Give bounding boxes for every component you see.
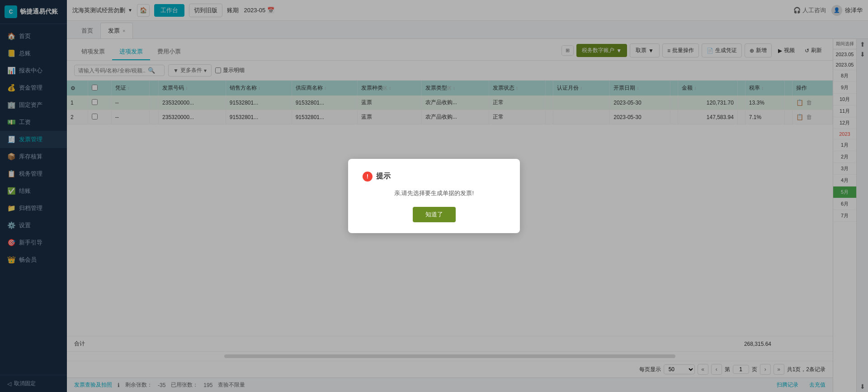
warning-icon: ! <box>363 172 373 182</box>
dialog-confirm-button[interactable]: 知道了 <box>413 207 456 222</box>
dialog-title: 提示 <box>376 172 391 181</box>
dialog-message: 亲,请先选择要生成单据的发票! <box>394 189 474 198</box>
modal-overlay[interactable]: ! 提示 亲,请先选择要生成单据的发票! 知道了 <box>0 0 868 392</box>
alert-dialog: ! 提示 亲,请先选择要生成单据的发票! 知道了 <box>348 159 520 234</box>
dialog-title-row: ! 提示 <box>363 172 391 182</box>
